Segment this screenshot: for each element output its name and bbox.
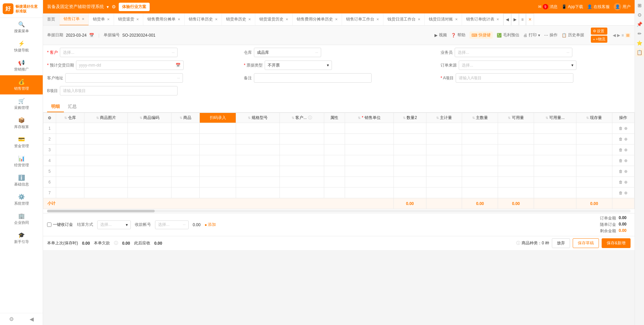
col-main-unit[interactable]: ⇅ 主计量 bbox=[426, 113, 462, 123]
tab-prev-btn[interactable]: ◀ bbox=[503, 13, 511, 26]
tab-sales-expense[interactable]: 销售费用分摊单 ✕ bbox=[143, 13, 185, 26]
cell[interactable] bbox=[345, 123, 394, 134]
copy-row-icon[interactable]: ⊕ bbox=[624, 180, 628, 185]
tab-sales-history[interactable]: 销售订单历史 ✕ bbox=[185, 13, 222, 26]
tab-close-icon[interactable]: ✕ bbox=[248, 17, 251, 21]
tab-sales-order[interactable]: 销售订单 ✕ bbox=[60, 13, 89, 26]
col-product[interactable]: ⇅ 商品 bbox=[172, 113, 200, 123]
quick-order-checkbox[interactable]: 一键收订金 bbox=[47, 222, 73, 228]
sidebar-item-search[interactable]: 🔍 搜索菜单 bbox=[0, 18, 43, 37]
tab-invoice-history[interactable]: 销货单历史 ✕ bbox=[222, 13, 255, 26]
tab-close-icon[interactable]: ✕ bbox=[335, 17, 338, 21]
tab-reconciliation[interactable]: 钱货日清对账 ✕ bbox=[425, 13, 462, 26]
cell[interactable] bbox=[84, 123, 128, 134]
copy-row-icon[interactable]: ⊕ bbox=[624, 169, 628, 174]
cell[interactable] bbox=[200, 123, 236, 134]
remark-input[interactable] bbox=[254, 73, 372, 83]
quick-order-check[interactable] bbox=[47, 222, 51, 227]
add-logistics-btn[interactable]: + +物流 bbox=[591, 36, 607, 43]
save-draft-btn[interactable]: 保存草稿 bbox=[573, 238, 599, 248]
col-main-qty[interactable]: ⇅ 主数量 bbox=[462, 113, 498, 123]
col-stock[interactable]: ⇅ 现存量 bbox=[576, 113, 612, 123]
tab-menu-btn[interactable]: ≡ bbox=[519, 13, 526, 26]
col-customer-code[interactable]: ⇅ 客户... ⓘ bbox=[279, 113, 324, 123]
tab-close-all-btn[interactable]: ✕ bbox=[526, 13, 534, 26]
tab-close-icon[interactable]: ✕ bbox=[418, 17, 420, 21]
table-view-btn[interactable]: ⊞ bbox=[625, 33, 631, 38]
next-record-btn[interactable]: ▶ bbox=[617, 33, 620, 38]
col-unit[interactable]: ⇅ * 销售单位 bbox=[345, 113, 394, 123]
industry-btn[interactable]: 体验行业方案 bbox=[119, 3, 150, 11]
cell[interactable] bbox=[279, 123, 324, 134]
delete-row-icon[interactable]: 🗑 bbox=[619, 191, 623, 195]
discard-btn[interactable]: 放弃 bbox=[552, 238, 570, 248]
copy-row-icon[interactable]: ⊕ bbox=[624, 191, 628, 195]
col-qty2[interactable]: ⇅ 数量2 bbox=[393, 113, 426, 123]
sidebar-item-business[interactable]: 📊 经营管理 bbox=[0, 152, 43, 171]
rp-icon-3[interactable]: 📌 bbox=[636, 20, 644, 28]
rp-icon-2[interactable]: ⊙ bbox=[636, 11, 644, 19]
customer-input[interactable]: 选择... ··· bbox=[60, 48, 178, 57]
cell[interactable] bbox=[56, 123, 84, 134]
copy-row-icon[interactable]: ⊕ bbox=[624, 148, 628, 152]
rp-icon-1[interactable]: ⊞ bbox=[636, 1, 644, 9]
tab-close-icon[interactable]: ✕ bbox=[215, 17, 218, 21]
col-product-code[interactable]: ⇅ 商品编码 bbox=[128, 113, 172, 123]
calendar-icon[interactable]: 📅 bbox=[89, 33, 94, 38]
cell[interactable] bbox=[324, 123, 345, 134]
history-btn[interactable]: 📋 历史单据 bbox=[562, 32, 584, 38]
tab-close-icon[interactable]: ✕ bbox=[286, 17, 288, 21]
grid-view-btn[interactable]: ≡ bbox=[621, 33, 624, 38]
delete-row-icon[interactable]: 🗑 bbox=[619, 126, 623, 131]
operation-btn[interactable]: ⋯ 操作 bbox=[544, 32, 558, 38]
save-new-btn[interactable]: 保存&新增 bbox=[602, 238, 631, 248]
cell[interactable] bbox=[426, 123, 462, 134]
tab-next-btn[interactable]: ▶ bbox=[511, 13, 519, 26]
project-a-input[interactable]: 请输入A项目 bbox=[456, 73, 573, 83]
tab-sales-invoice[interactable]: 销货单 ✕ bbox=[89, 13, 114, 26]
col-product-img[interactable]: ⇅ 商品图片 bbox=[84, 113, 128, 123]
tab-summary[interactable]: 汇总 bbox=[64, 101, 81, 112]
prev-record-btn[interactable]: ◀ bbox=[613, 33, 616, 38]
tab-close-icon[interactable]: ✕ bbox=[178, 17, 180, 21]
cell[interactable] bbox=[236, 123, 280, 134]
col-attr[interactable]: 属性 bbox=[324, 113, 345, 123]
tab-expense-history[interactable]: 销售费用分摊单历史 ✕ bbox=[293, 13, 342, 26]
col-spec[interactable]: ⇅ 规格型号 bbox=[236, 113, 280, 123]
tab-stats[interactable]: 销售订单统计表 ✕ bbox=[462, 13, 503, 26]
col-warehouse[interactable]: ⇅ 仓库 bbox=[56, 113, 84, 123]
rp-icon-4[interactable]: ✏ bbox=[636, 30, 644, 38]
tab-close-icon[interactable]: ✕ bbox=[376, 17, 379, 21]
invoice-select[interactable]: 不开票 ▾ bbox=[265, 60, 332, 70]
delete-row-icon[interactable]: 🗑 bbox=[619, 137, 623, 141]
system-dropdown-icon[interactable]: ▾ bbox=[107, 4, 109, 9]
delete-row-icon[interactable]: 🗑 bbox=[619, 148, 623, 152]
tab-close-icon[interactable]: ✕ bbox=[107, 17, 110, 21]
app-download-item[interactable]: 📱 App下载 bbox=[562, 4, 583, 10]
help-btn[interactable]: ❓ 帮助 bbox=[451, 32, 465, 38]
shortcut-btn[interactable]: ⌨ 快捷键 bbox=[469, 32, 493, 39]
order-source-input[interactable]: 选择... ▾ bbox=[459, 60, 576, 70]
col-available2[interactable]: ⇅ 可用量... bbox=[534, 113, 576, 123]
add-payment-btn[interactable]: ● 添加 bbox=[204, 222, 216, 228]
salesperson-input[interactable]: 选择... ··· bbox=[455, 48, 572, 57]
cell[interactable] bbox=[498, 123, 534, 134]
delete-row-icon[interactable]: 🗑 bbox=[619, 180, 623, 185]
sidebar-item-guide[interactable]: 🎓 新手引导 bbox=[0, 229, 43, 248]
payment-method-select[interactable]: 选择... ▾ bbox=[97, 220, 131, 229]
rp-icon-5[interactable]: ⭐ bbox=[636, 39, 644, 47]
cell[interactable] bbox=[393, 123, 426, 134]
rp-icon-6[interactable]: 📋 bbox=[636, 48, 644, 56]
collapse-icon[interactable]: ◀ bbox=[30, 316, 34, 322]
sidebar-item-enterprise[interactable]: 🏢 企业协同 bbox=[0, 209, 43, 229]
col-gear[interactable]: ⚙ bbox=[43, 113, 56, 123]
tab-close-icon[interactable]: ✕ bbox=[136, 17, 139, 21]
view-btn[interactable]: ▶ 视频 bbox=[434, 32, 447, 38]
cell[interactable] bbox=[462, 123, 498, 134]
copy-row-icon[interactable]: ⊕ bbox=[624, 158, 628, 163]
sidebar-item-quicknav[interactable]: ⚡ 快捷导航 bbox=[0, 37, 43, 56]
table-scrollbar[interactable] bbox=[47, 210, 631, 212]
settings-btn[interactable]: ⚙ 设置 bbox=[591, 28, 607, 35]
sidebar-item-finance[interactable]: 💳 资金管理 bbox=[0, 133, 43, 152]
sidebar-item-inventory[interactable]: 📦 库存核算 bbox=[0, 114, 43, 133]
